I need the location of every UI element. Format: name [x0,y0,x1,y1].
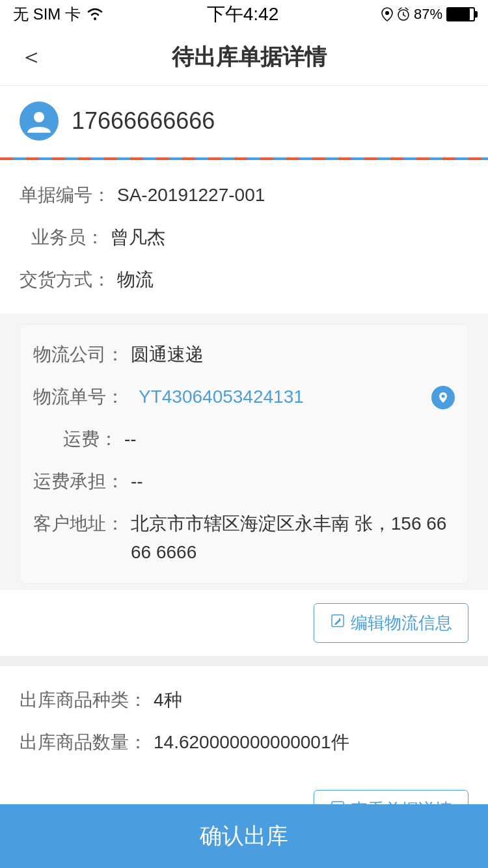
product-qty-row: 出库商品数量： 14.620000000000001件 [20,728,468,757]
address-value: 北京市市辖区海淀区永丰南 张，156 6666 6666 [131,509,455,568]
tracking-label: 物流单号： [33,383,124,412]
nav-bar: ＜ 待出库单据详情 [0,29,488,86]
battery-percent: 87% [414,6,442,23]
sales-rep-value: 曾凡杰 [111,223,468,252]
confirm-button[interactable]: 确认出库 [0,804,488,868]
order-number-label: 单据编号： [20,181,111,210]
status-left: 无 SIM 卡 [13,4,104,25]
address-label: 客户地址： [33,509,124,539]
edit-logistics-row: 编辑物流信息 [0,590,488,656]
status-bar: 无 SIM 卡 下午4:42 87% [0,0,488,29]
product-type-row: 出库商品种类： 4种 [20,686,468,715]
delivery-row: 交货方式： 物流 [20,265,468,295]
shipping-bearer-row: 运费承担： -- [33,467,455,496]
logistics-company-row: 物流公司： 圆通速递 [33,340,455,370]
page-title: 待出库单据详情 [56,42,442,72]
svg-point-8 [442,394,445,398]
time-display: 下午4:42 [207,2,279,27]
logistics-section: 物流公司： 圆通速递 物流单号： YT43064053424131 运费： --… [20,324,468,584]
sales-rep-label: 业务员： [20,223,104,252]
product-qty-label: 出库商品数量： [20,728,147,757]
battery-icon [446,7,475,21]
order-number-row: 单据编号： SA-20191227-001 [20,181,468,210]
avatar [20,102,59,141]
location-pin-icon[interactable] [431,386,455,409]
svg-point-1 [385,11,389,15]
address-row: 客户地址： 北京市市辖区海淀区永丰南 张，156 6666 6666 [33,509,455,568]
alarm-icon [397,7,410,21]
logistics-company-value: 圆通速递 [131,340,455,370]
shipping-fee-value: -- [124,425,455,454]
carrier-text: 无 SIM 卡 [13,4,81,25]
location-icon [381,7,393,21]
stock-out-section: 出库商品种类： 4种 出库商品数量： 14.620000000000001件 [0,666,488,777]
wifi-icon [86,8,104,21]
sales-rep-row: 业务员： 曾凡杰 [20,223,468,252]
edit-logistics-label: 编辑物流信息 [351,612,452,634]
edit-logistics-button[interactable]: 编辑物流信息 [314,603,468,643]
confirm-button-label: 确认出库 [200,823,288,848]
product-type-value: 4种 [154,686,468,715]
svg-line-5 [399,8,401,10]
tracking-row: 物流单号： YT43064053424131 [33,383,455,412]
phone-number: 17666666666 [72,107,215,135]
delivery-label: 交货方式： [20,265,111,295]
tracking-number-value: YT43064053424131 [139,383,424,412]
shipping-fee-label: 运费： [33,425,118,454]
shipping-bearer-label: 运费承担： [33,467,124,496]
shipping-bearer-value: -- [131,467,455,496]
user-info-section: 17666666666 [0,86,488,156]
back-button[interactable]: ＜ [20,41,43,73]
delivery-value: 物流 [117,265,468,295]
svg-point-0 [94,18,96,20]
status-right: 87% [381,6,475,23]
svg-point-7 [34,112,44,122]
svg-line-6 [405,8,408,10]
order-info-section: 单据编号： SA-20191227-001 业务员： 曾凡杰 交货方式： 物流 [0,161,488,314]
logistics-company-label: 物流公司： [33,340,124,370]
svg-line-4 [403,15,405,16]
edit-icon [330,613,346,633]
product-qty-value: 14.620000000000001件 [154,728,468,757]
shipping-fee-row: 运费： -- [33,425,455,454]
section-divider [0,656,488,666]
product-type-label: 出库商品种类： [20,686,147,715]
order-number-value: SA-20191227-001 [117,181,468,210]
